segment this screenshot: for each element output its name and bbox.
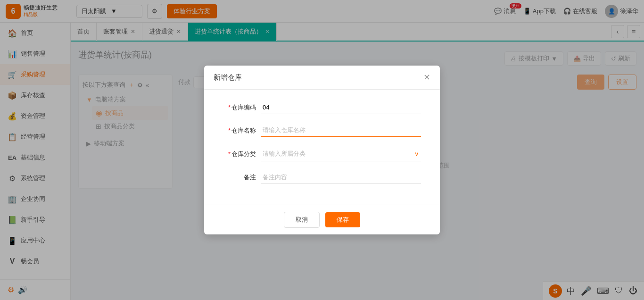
add-warehouse-modal: 新增仓库 ✕ *仓库编码 *仓库名称 *仓库分类 <box>204 66 440 234</box>
modal-body: *仓库编码 *仓库名称 *仓库分类 请输入所属分类 ∨ <box>204 90 440 205</box>
name-label: *仓库名称 <box>223 126 256 135</box>
modal-overlay[interactable]: 新增仓库 ✕ *仓库编码 *仓库名称 *仓库分类 <box>0 0 644 300</box>
required-star-code: * <box>228 104 231 111</box>
modal-title: 新增仓库 <box>214 73 242 82</box>
modal-footer: 取消 保存 <box>204 205 440 234</box>
category-placeholder: 请输入所属分类 <box>263 150 414 158</box>
category-label: *仓库分类 <box>223 150 256 158</box>
warehouse-code-input[interactable] <box>261 101 421 114</box>
warehouse-note-input[interactable] <box>261 171 421 184</box>
form-row-name: *仓库名称 <box>223 124 421 137</box>
modal-header: 新增仓库 ✕ <box>204 66 440 90</box>
required-star-cat: * <box>228 150 231 158</box>
form-row-code: *仓库编码 <box>223 101 421 114</box>
form-row-category: *仓库分类 请输入所属分类 ∨ <box>223 147 421 161</box>
category-dropdown-icon: ∨ <box>414 150 419 158</box>
modal-close-icon[interactable]: ✕ <box>423 72 430 83</box>
cancel-button[interactable]: 取消 <box>284 212 320 228</box>
code-label: *仓库编码 <box>223 103 256 112</box>
note-label: 备注 <box>223 173 256 182</box>
category-select[interactable]: 请输入所属分类 ∨ <box>261 147 421 161</box>
required-star-name: * <box>228 127 231 134</box>
warehouse-name-input[interactable] <box>261 124 421 137</box>
form-row-note: 备注 <box>223 171 421 184</box>
save-button[interactable]: 保存 <box>325 212 360 227</box>
